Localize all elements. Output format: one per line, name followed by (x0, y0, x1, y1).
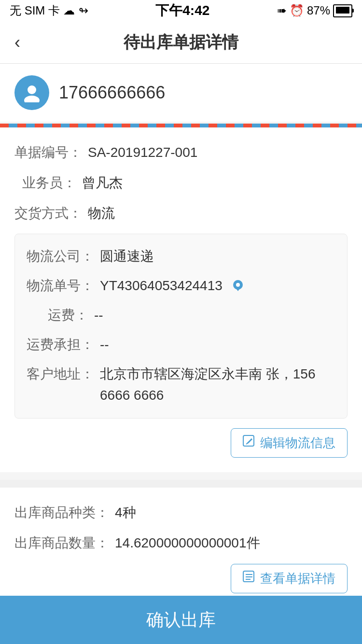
basic-info-section: 单据编号： SA-20191227-001 业务员： 曾凡杰 交货方式： 物流 … (0, 127, 362, 472)
view-detail-label: 查看单据详情 (260, 570, 335, 587)
document-list-icon (243, 571, 255, 583)
doc-no-row: 单据编号： SA-20191227-001 (14, 142, 348, 164)
dashed-divider (0, 124, 362, 127)
edit-btn-container: 编辑物流信息 (14, 428, 348, 458)
freight-row: 运费： -- (27, 305, 335, 326)
delivery-label: 交货方式： (14, 203, 88, 224)
logistics-card: 物流公司： 圆通速递 物流单号： YT43064053424413 运费： --… (14, 234, 348, 419)
svg-point-3 (236, 283, 240, 287)
svg-point-0 (28, 85, 36, 94)
goods-section: 出库商品种类： 4种 出库商品数量： 14.620000000000001件 查… (0, 488, 362, 608)
goods-quantity-label: 出库商品数量： (14, 532, 115, 554)
customer-header: 17666666666 (0, 64, 362, 122)
company-row: 物流公司： 圆通速递 (27, 246, 335, 267)
goods-type-value: 4种 (115, 502, 348, 524)
staff-value: 曾凡杰 (82, 172, 348, 194)
tracking-row: 物流单号： YT43064053424413 (27, 275, 335, 297)
staff-label: 业务员： (14, 172, 82, 194)
address-label: 客户地址： (27, 364, 100, 385)
status-time: 下午4:42 (155, 1, 209, 20)
freight-bearer-label: 运费承担： (27, 334, 100, 356)
company-value: 圆通速递 (100, 246, 335, 267)
delivery-row: 交货方式： 物流 (14, 203, 348, 224)
staff-row: 业务员： 曾凡杰 (14, 172, 348, 194)
svg-rect-5 (243, 435, 254, 446)
tracking-number: YT43064053424413 (100, 275, 223, 297)
confirm-label: 确认出库 (146, 608, 216, 632)
user-icon (22, 83, 42, 102)
location-icon: ➠ (277, 4, 287, 17)
section-separator (0, 480, 362, 488)
tracking-value: YT43064053424413 (100, 275, 335, 297)
wifi-icon: ↬ (79, 4, 88, 17)
view-detail-btn-container: 查看单据详情 (14, 564, 348, 593)
goods-type-label: 出库商品种类： (14, 502, 115, 524)
pencil-icon (243, 435, 255, 448)
edit-logistics-button[interactable]: 编辑物流信息 (231, 428, 348, 458)
view-detail-button[interactable]: 查看单据详情 (231, 564, 348, 593)
battery-text: 87% (307, 4, 330, 17)
alarm-icon: ⏰ (290, 4, 304, 17)
customer-phone: 17666666666 (59, 83, 165, 103)
freight-bearer-value: -- (100, 334, 335, 356)
tracking-label: 物流单号： (27, 275, 100, 297)
goods-quantity-value: 14.620000000000001件 (115, 532, 348, 554)
delivery-value: 物流 (88, 203, 348, 224)
page-title: 待出库单据详情 (124, 31, 238, 54)
map-pin-icon[interactable] (229, 278, 247, 295)
freight-bearer-row: 运费承担： -- (27, 334, 335, 356)
goods-quantity-row: 出库商品数量： 14.620000000000001件 (14, 532, 348, 554)
address-row: 客户地址： 北京市市辖区海淀区永丰南 张，156 6666 6666 (27, 364, 335, 407)
freight-label: 运费： (27, 305, 94, 326)
doc-no-label: 单据编号： (14, 142, 88, 164)
doc-no-value: SA-20191227-001 (88, 142, 348, 164)
list-icon (243, 571, 255, 587)
svg-point-1 (24, 96, 40, 102)
edit-logistics-label: 编辑物流信息 (260, 434, 335, 451)
back-button[interactable]: ‹ (14, 34, 20, 51)
status-left: 无 SIM 卡 ☁ ↬ (10, 3, 88, 18)
nav-bar: ‹ 待出库单据详情 (0, 21, 362, 64)
avatar (14, 75, 49, 110)
status-right: ➠ ⏰ 87% (277, 4, 352, 17)
confirm-bar[interactable]: 确认出库 (0, 596, 362, 644)
status-bar: 无 SIM 卡 ☁ ↬ 下午4:42 ➠ ⏰ 87% (0, 0, 362, 21)
sim-status: 无 SIM 卡 ☁ (10, 3, 75, 18)
freight-value: -- (94, 305, 335, 326)
edit-icon (243, 435, 255, 451)
company-label: 物流公司： (27, 246, 100, 267)
battery-icon (333, 4, 352, 17)
goods-type-row: 出库商品种类： 4种 (14, 502, 348, 524)
address-value: 北京市市辖区海淀区永丰南 张，156 6666 6666 (100, 364, 335, 407)
